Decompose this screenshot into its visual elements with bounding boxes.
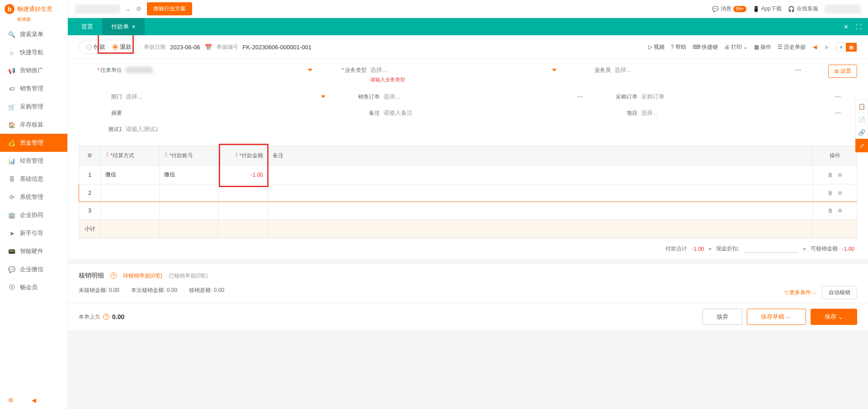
sidebar-item-0[interactable]: 🔍搜索菜单 [0,25,67,43]
delete-icon[interactable]: 🗑 [828,190,833,196]
discard-button[interactable]: 放弃 [703,309,742,325]
tab-payment[interactable]: 付款单 ✕ [102,18,145,35]
sidebar-item-2[interactable]: 📢营销推广 [0,61,67,80]
delete-icon[interactable]: 🗑 [828,172,833,178]
view-list-icon[interactable]: ≡ [837,43,846,52]
sidebar-item-9[interactable]: ⟳系统管理 [0,188,67,206]
history-link[interactable]: ☰历史单据 [778,43,806,51]
side-link-icon[interactable]: 🔗 [855,126,868,139]
promo-button[interactable]: 体验行业方案 [147,2,192,15]
cell-remark[interactable] [268,202,813,220]
gear-icon[interactable]: ⚙ [136,5,142,12]
sidebar-item-1[interactable]: ⌂快捷导航 [0,43,67,61]
radio-refund[interactable]: 退款 [110,42,134,52]
help-label: 帮助 [675,43,686,51]
col-settle[interactable]: ▲▼*结算方式 [101,146,160,165]
chevron-down-icon[interactable]: ⌄ [126,5,131,12]
col-remark[interactable]: 备注 [268,146,813,165]
sidebar-item-12[interactable]: 📟智能硬件 [0,242,67,260]
date-value[interactable]: 2023-06-06 [170,44,200,51]
hotkey-link[interactable]: ⌨快捷键 [693,43,718,51]
settings-button[interactable]: ⚙设置 [828,65,857,78]
sidebar-item-13[interactable]: 💬企业微信 [0,260,67,278]
cell-settle[interactable] [101,202,160,220]
video-link[interactable]: ▷视频 [648,43,665,51]
view-grid-icon[interactable]: ▦ [846,43,857,52]
gear-icon: ⚙ [834,68,839,75]
add-icon[interactable]: ⊕ [838,207,842,214]
side-expand-icon[interactable]: ⤢ [855,139,868,152]
sidebar-item-4[interactable]: 🛒采购管理 [0,98,67,116]
tab-pending[interactable]: 待核销单据(0笔) [123,272,162,280]
side-doc-icon[interactable]: 📄 [855,113,868,126]
logo-icon: b [5,4,14,14]
delete-icon[interactable]: 🗑 [828,207,833,214]
user-menu[interactable] [825,5,861,14]
cell-account[interactable]: 微信 [160,165,218,184]
cell-amount[interactable]: -1.00 [218,165,268,184]
prev-doc-icon[interactable]: ◀ [812,44,818,50]
test1-input[interactable]: 请输入测试1 [126,124,326,135]
settings-icon[interactable]: ⚙ [8,397,14,404]
home-icon: ⌂ [8,49,15,56]
app-download-link[interactable]: 📱 App下载 [753,5,782,13]
cell-amount[interactable] [218,184,268,202]
purchase-order-select[interactable]: 采购订单 [641,91,841,102]
org-selector[interactable] [75,5,120,14]
salesperson-select[interactable]: 选择... [614,65,801,75]
headset-icon: 🎧 [788,6,795,12]
table-row[interactable]: 1 微信 微信 -1.00 🗑⊕ [79,165,857,184]
col-settings[interactable]: ⚙ [79,146,101,165]
help-link[interactable]: ?帮助 [671,43,686,51]
cell-amount[interactable] [218,202,268,220]
fullscreen-icon[interactable]: ⛶ [854,22,863,32]
tab-home[interactable]: 首页 [72,18,102,35]
sidebar-item-5[interactable]: 🏠库存核算 [0,116,67,134]
sales-order-select[interactable]: 选择... [383,91,583,102]
sidebar-item-14[interactable]: Ⓥ畅会员 [0,278,67,296]
partner-select[interactable] [126,65,312,75]
project-select[interactable]: 选择... [641,108,841,118]
cell-account[interactable] [160,184,218,202]
biztype-select[interactable]: 选择... [370,65,557,75]
table-row[interactable]: 3 🗑⊕ [79,202,857,220]
tabbar-close-icon[interactable]: ✕ [842,22,850,32]
side-note-icon[interactable]: 📋 [855,99,868,113]
summary-input[interactable] [126,108,326,118]
sidebar-item-3[interactable]: 🏷销售管理 [0,80,67,98]
cell-settle[interactable] [101,184,160,202]
more-conditions-link[interactable]: ▽更多条件︿ [784,289,817,296]
cell-account[interactable] [160,202,218,220]
remark-input[interactable]: 请输入备注 [383,108,583,118]
sidebar-item-11[interactable]: ➤新手引导 [0,224,67,242]
cell-remark[interactable] [268,184,813,202]
sidebar-item-6[interactable]: 💰资金管理 [0,134,67,152]
add-icon[interactable]: ⊕ [838,172,842,178]
dept-select[interactable]: 选择... [126,91,326,102]
help-icon[interactable]: ? [110,273,117,279]
add-icon[interactable]: ⊕ [838,190,842,196]
help-icon[interactable]: ? [103,314,109,320]
radio-payment[interactable]: 付款 [84,42,108,52]
cell-remark[interactable] [268,165,813,184]
calendar-icon[interactable]: 📅 [205,44,212,51]
messages-link[interactable]: 💬 消息 99+ [712,5,746,13]
discount-input[interactable] [744,245,798,253]
col-amount[interactable]: ▲▼*付款金额 [218,146,268,165]
table-row[interactable]: 2 🗑⊕ [79,184,857,202]
sidebar-item-7[interactable]: 📊经营管理 [0,152,67,170]
save-button[interactable]: 保存⌄ [811,309,857,325]
operate-link[interactable]: ▦操作 [754,43,771,51]
col-account[interactable]: ▲▼*付款账号 [160,146,218,165]
print-link[interactable]: 🖨打印⌄ [724,43,748,51]
cell-settle[interactable]: 微信 [101,165,160,184]
sidebar-item-10[interactable]: 🏢企业协同 [0,206,67,224]
auto-verify-button[interactable]: 自动核销 [822,286,857,299]
tab-done[interactable]: 已核销单据(0笔) [169,272,208,280]
support-link[interactable]: 🎧 在线客服 [788,5,818,13]
save-draft-button[interactable]: 保存草稿︿ [747,309,806,325]
close-icon[interactable]: ✕ [132,24,136,30]
collapse-icon[interactable]: ◀ [32,397,36,404]
next-doc-icon[interactable]: ▶ [824,44,830,50]
sidebar-item-8[interactable]: 🗄基础信息 [0,170,67,188]
